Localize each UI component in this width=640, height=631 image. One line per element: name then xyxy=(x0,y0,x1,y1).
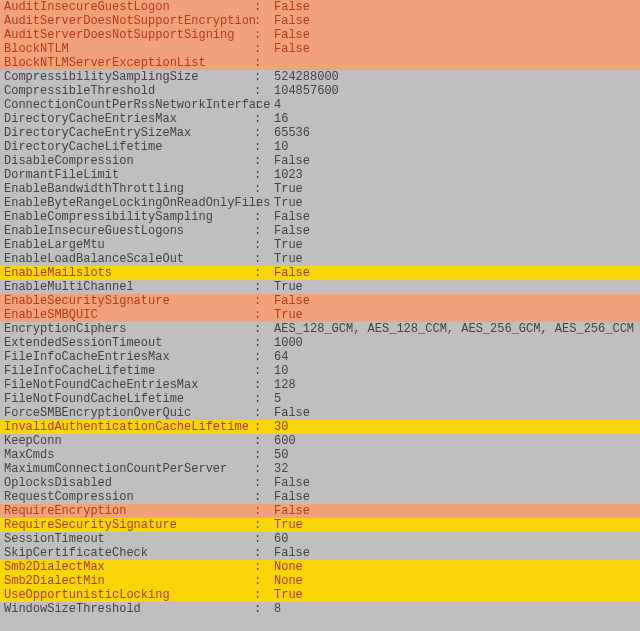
output-row: MaximumConnectionCountPerServer: 32 xyxy=(0,462,640,476)
setting-name: EnableBandwidthThrottling xyxy=(0,182,254,196)
setting-value: 64 xyxy=(274,350,288,364)
setting-name: CompressibleThreshold xyxy=(0,84,254,98)
setting-name: EnableSecuritySignature xyxy=(0,294,254,308)
setting-value: True xyxy=(274,182,303,196)
footer-bar xyxy=(0,616,640,631)
separator: : xyxy=(254,490,274,504)
output-row: RequireEncryption: False xyxy=(0,504,640,518)
separator: : xyxy=(254,42,274,56)
setting-value: None xyxy=(274,560,303,574)
setting-value: False xyxy=(274,14,310,28)
setting-name: MaxCmds xyxy=(0,448,254,462)
setting-name: FileInfoCacheLifetime xyxy=(0,364,254,378)
setting-value: False xyxy=(274,476,310,490)
setting-name: Smb2DialectMin xyxy=(0,574,254,588)
setting-name: AuditServerDoesNotSupportSigning xyxy=(0,28,254,42)
setting-name: Smb2DialectMax xyxy=(0,560,254,574)
setting-value: 524288000 xyxy=(274,70,339,84)
setting-value: True xyxy=(274,280,303,294)
separator: : xyxy=(254,112,274,126)
separator: : xyxy=(254,280,274,294)
output-row: EnableMultiChannel: True xyxy=(0,280,640,294)
setting-name: DormantFileLimit xyxy=(0,168,254,182)
setting-name: EnableLargeMtu xyxy=(0,238,254,252)
output-row: WindowSizeThreshold: 8 xyxy=(0,602,640,616)
separator: : xyxy=(254,322,274,336)
setting-value: 1000 xyxy=(274,336,303,350)
setting-value: 128 xyxy=(274,378,296,392)
separator: : xyxy=(254,294,274,308)
setting-name: FileInfoCacheEntriesMax xyxy=(0,350,254,364)
separator: : xyxy=(254,70,274,84)
setting-value: False xyxy=(274,266,310,280)
output-row: BlockNTLMServerExceptionList: xyxy=(0,56,640,70)
output-row: Smb2DialectMin: None xyxy=(0,574,640,588)
separator: : xyxy=(254,392,274,406)
setting-name: KeepConn xyxy=(0,434,254,448)
setting-value: None xyxy=(274,574,303,588)
output-row: DisableCompression: False xyxy=(0,154,640,168)
separator: : xyxy=(254,224,274,238)
separator: : xyxy=(254,532,274,546)
setting-value: True xyxy=(274,252,303,266)
separator: : xyxy=(254,476,274,490)
setting-name: MaximumConnectionCountPerServer xyxy=(0,462,254,476)
separator: : xyxy=(254,602,274,616)
setting-name: SkipCertificateCheck xyxy=(0,546,254,560)
output-row: EnableCompressibilitySampling: False xyxy=(0,210,640,224)
output-row: FileInfoCacheEntriesMax: 64 xyxy=(0,350,640,364)
output-row: MaxCmds: 50 xyxy=(0,448,640,462)
separator: : xyxy=(254,434,274,448)
output-row: ForceSMBEncryptionOverQuic: False xyxy=(0,406,640,420)
output-row: AuditServerDoesNotSupportSigning: False xyxy=(0,28,640,42)
output-row: AuditInsecureGuestLogon: False xyxy=(0,0,640,14)
separator: : xyxy=(254,504,274,518)
setting-name: EnableMailslots xyxy=(0,266,254,280)
setting-value: 8 xyxy=(274,602,281,616)
setting-value: False xyxy=(274,504,310,518)
output-row: RequestCompression: False xyxy=(0,490,640,504)
setting-value: 4 xyxy=(274,98,281,112)
separator: : xyxy=(254,98,274,112)
setting-name: AuditServerDoesNotSupportEncryption xyxy=(0,14,254,28)
setting-value: False xyxy=(274,154,310,168)
separator: : xyxy=(254,14,274,28)
separator: : xyxy=(254,364,274,378)
setting-value: 32 xyxy=(274,462,288,476)
output-row: EnableSecuritySignature: False xyxy=(0,294,640,308)
output-row: SkipCertificateCheck: False xyxy=(0,546,640,560)
separator: : xyxy=(254,126,274,140)
separator: : xyxy=(254,154,274,168)
separator: : xyxy=(254,28,274,42)
setting-name: ConnectionCountPerRssNetworkInterface xyxy=(0,98,254,112)
output-row: OplocksDisabled: False xyxy=(0,476,640,490)
separator: : xyxy=(254,0,274,14)
separator: : xyxy=(254,462,274,476)
setting-value: True xyxy=(274,308,303,322)
setting-name: UseOpportunisticLocking xyxy=(0,588,254,602)
output-row: DormantFileLimit: 1023 xyxy=(0,168,640,182)
setting-name: RequireEncryption xyxy=(0,504,254,518)
separator: : xyxy=(254,168,274,182)
setting-name: EnableMultiChannel xyxy=(0,280,254,294)
output-row: KeepConn: 600 xyxy=(0,434,640,448)
setting-value: 10 xyxy=(274,140,288,154)
separator: : xyxy=(254,546,274,560)
setting-value: 5 xyxy=(274,392,281,406)
separator: : xyxy=(254,518,274,532)
setting-value: 16 xyxy=(274,112,288,126)
separator: : xyxy=(254,56,274,70)
setting-value: False xyxy=(274,294,310,308)
output-row: EnableBandwidthThrottling: True xyxy=(0,182,640,196)
setting-name: DirectoryCacheLifetime xyxy=(0,140,254,154)
setting-value: 1023 xyxy=(274,168,303,182)
setting-name: RequireSecuritySignature xyxy=(0,518,254,532)
output-row: EnableLargeMtu: True xyxy=(0,238,640,252)
output-row: DirectoryCacheLifetime: 10 xyxy=(0,140,640,154)
separator: : xyxy=(254,182,274,196)
separator: : xyxy=(254,252,274,266)
setting-name: DisableCompression xyxy=(0,154,254,168)
output-row: FileNotFoundCacheLifetime: 5 xyxy=(0,392,640,406)
output-row: DirectoryCacheEntrySizeMax: 65536 xyxy=(0,126,640,140)
setting-name: EncryptionCiphers xyxy=(0,322,254,336)
